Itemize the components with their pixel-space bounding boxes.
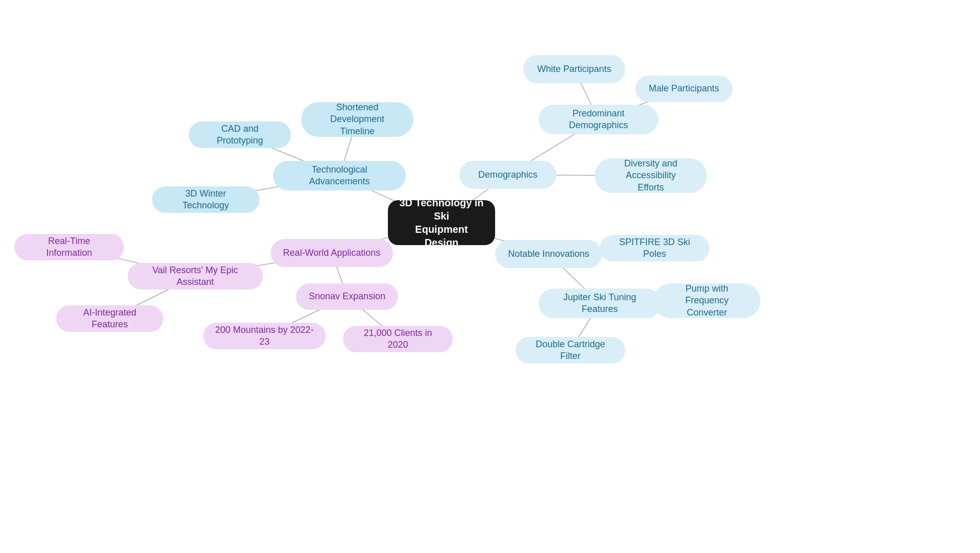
node-label-center: 3D Technology in SkiEquipment Design: [397, 196, 486, 249]
node-center: 3D Technology in SkiEquipment Design: [388, 200, 495, 245]
node-label-notable_innov: Notable Innovations: [508, 248, 589, 260]
node-clients: 21,000 Clients in 2020: [343, 326, 453, 352]
node-label-tech_adv: Technological Advancements: [284, 164, 395, 188]
node-shortened: Shortened DevelopmentTimeline: [301, 102, 413, 137]
node-label-mountains: 200 Mountains by 2022-23: [214, 324, 314, 348]
node-label-white_part: White Participants: [537, 63, 611, 75]
node-label-spitfire: SPITFIRE 3D Ski Poles: [611, 236, 698, 260]
node-label-div_access: Diversity and AccessibilityEfforts: [606, 158, 696, 194]
node-label-winter3d: 3D Winter Technology: [163, 188, 248, 212]
node-double_cart: Double Cartridge Filter: [516, 337, 625, 364]
node-label-clients: 21,000 Clients in 2020: [354, 327, 442, 351]
node-jupiter: Jupiter Ski Tuning Features: [538, 288, 661, 318]
node-label-ai_features: AI-Integrated Features: [67, 307, 152, 331]
node-label-cad: CAD and Prototyping: [200, 123, 280, 147]
mind-map-container: 3D Technology in SkiEquipment DesignTech…: [0, 0, 980, 553]
node-real_world: Real-World Applications: [271, 239, 393, 267]
node-vail: Vail Resorts' My Epic Assistant: [128, 263, 263, 290]
node-snonav: Snonav Expansion: [296, 283, 398, 310]
node-pred_demo: Predominant Demographics: [538, 105, 658, 134]
node-label-male_part: Male Participants: [649, 83, 719, 94]
node-label-real_world: Real-World Applications: [283, 247, 381, 259]
node-label-shortened: Shortened DevelopmentTimeline: [312, 102, 402, 137]
node-male_part: Male Participants: [635, 76, 732, 102]
node-winter3d: 3D Winter Technology: [152, 186, 259, 213]
node-label-pred_demo: Predominant Demographics: [550, 108, 647, 132]
node-mountains: 200 Mountains by 2022-23: [203, 323, 326, 349]
node-label-demographics: Demographics: [478, 169, 537, 181]
node-div_access: Diversity and AccessibilityEfforts: [595, 158, 707, 193]
node-ai_features: AI-Integrated Features: [56, 305, 163, 332]
node-label-snonav: Snonav Expansion: [309, 291, 385, 302]
node-label-double_cart: Double Cartridge Filter: [527, 339, 614, 363]
node-label-real_time: Real-Time Information: [26, 235, 113, 259]
node-label-jupiter: Jupiter Ski Tuning Features: [550, 292, 650, 316]
node-pump_freq: Pump with FrequencyConverter: [653, 283, 761, 318]
node-demographics: Demographics: [459, 161, 556, 189]
node-spitfire: SPITFIRE 3D Ski Poles: [600, 235, 709, 261]
node-cad: CAD and Prototyping: [189, 122, 291, 148]
node-tech_adv: Technological Advancements: [273, 161, 406, 190]
node-real_time: Real-Time Information: [14, 234, 124, 260]
node-label-pump_freq: Pump with FrequencyConverter: [665, 283, 749, 319]
node-notable_innov: Notable Innovations: [495, 240, 602, 268]
node-label-vail: Vail Resorts' My Epic Assistant: [139, 265, 252, 288]
node-white_part: White Participants: [523, 55, 625, 83]
